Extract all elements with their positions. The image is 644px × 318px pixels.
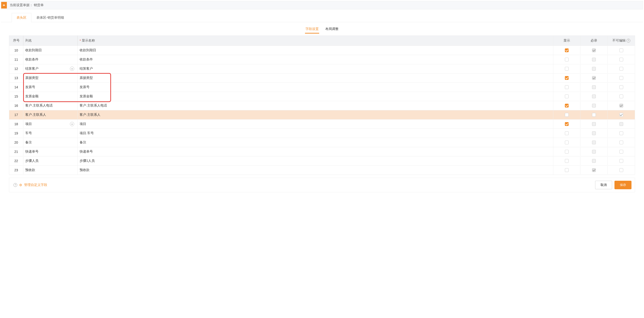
save-button[interactable]: 保存 [614, 181, 632, 189]
cell-show [553, 101, 580, 110]
cell-display[interactable]: 收款到期日 [78, 46, 553, 55]
cell-name: 票据类型 [24, 74, 78, 82]
cell-required [580, 129, 608, 138]
table-row[interactable]: 17 客户.主联系人 客户.主联系人 [9, 110, 635, 120]
checkbox-show[interactable] [565, 150, 569, 154]
cell-display[interactable]: 客户.主联系人电话 [78, 101, 553, 110]
cell-seq: 13 [9, 74, 24, 82]
col-header-seq: 序号 [9, 36, 24, 46]
tab-1[interactable]: 表体区-销货单明细 [32, 13, 69, 22]
cell-readonly [608, 46, 635, 54]
cell-readonly [608, 157, 635, 165]
cancel-button[interactable]: 取消 [595, 181, 612, 189]
checkbox-show[interactable] [565, 85, 569, 89]
checkbox-readonly[interactable] [620, 168, 623, 172]
table-row[interactable]: 10 收款到期日 收款到期日 [9, 46, 635, 55]
cell-seq: 21 [9, 148, 24, 156]
table-row[interactable]: 22 步骤人员 步骤1人员 [9, 156, 635, 166]
checkbox-readonly[interactable] [620, 150, 623, 154]
checkbox-readonly[interactable] [620, 58, 623, 62]
table-row[interactable]: 11 收款条件 收款条件 [9, 55, 635, 64]
checkbox-show[interactable] [565, 159, 569, 163]
cell-display[interactable]: 步骤1人员 [78, 156, 553, 166]
checkbox-readonly[interactable] [620, 131, 623, 135]
checkbox-required [592, 150, 596, 154]
cell-display[interactable]: 项目.车号 [78, 129, 553, 138]
checkbox-readonly[interactable] [620, 76, 623, 80]
checkbox-readonly [620, 122, 623, 126]
tab-0[interactable]: 表头区 [12, 13, 32, 22]
help-icon[interactable]: ? [14, 183, 17, 187]
table-row[interactable]: 19 车号 项目.车号 [9, 129, 635, 138]
checkbox-readonly[interactable] [620, 94, 623, 98]
cell-display[interactable]: 结算客户 [78, 64, 553, 73]
checkbox-show[interactable] [565, 58, 569, 62]
cell-display[interactable]: 客户.主联系人 [78, 110, 553, 119]
checkbox-show[interactable] [565, 48, 569, 52]
checkbox-show[interactable] [565, 113, 569, 117]
field-name: 客户.主联系人 [25, 113, 46, 117]
collapse-toggle[interactable] [1, 2, 7, 8]
cell-show [553, 166, 580, 174]
cell-display[interactable]: 快递单号 [78, 147, 553, 156]
field-name: 项目 [25, 122, 32, 126]
checkbox-readonly[interactable] [620, 159, 623, 163]
cell-required [580, 46, 608, 54]
cell-show [553, 129, 580, 138]
table-row[interactable]: 21 快递单号 快递单号 [9, 147, 635, 156]
table-row[interactable]: 12 结算客户 + 结算客户 [9, 64, 635, 74]
table-row[interactable]: 23 预收款 预收款 [9, 166, 635, 175]
cell-seq: 22 [9, 157, 24, 165]
subtab-0[interactable]: 字段设置 [305, 26, 319, 34]
table-row[interactable]: 13 票据类型 票据类型 [9, 74, 635, 83]
checkbox-readonly[interactable] [620, 67, 623, 71]
help-icon[interactable]: ? [626, 39, 630, 42]
cell-name: 客户.主联系人 [24, 110, 78, 119]
col-header-required: 必录 [580, 36, 608, 46]
col-header-readonly: 不可编辑 ? [608, 36, 635, 46]
checkbox-show[interactable] [565, 104, 569, 108]
page-header: 当前设置单据： 销货单 [1, 1, 643, 10]
col-header-show: 显示 [553, 36, 580, 46]
cell-display[interactable]: 预收款 [78, 166, 553, 174]
subtab-1[interactable]: 布局调整 [325, 26, 339, 34]
cell-display[interactable]: 票据类型 [78, 74, 553, 82]
footer-actions: 取消 保存 [595, 181, 632, 189]
expand-plus-icon[interactable]: + [70, 66, 74, 71]
cell-display[interactable]: 发票号 [78, 83, 553, 92]
cell-readonly [608, 148, 635, 156]
checkbox-show[interactable] [565, 131, 569, 135]
expand-plus-icon[interactable]: + [70, 122, 74, 126]
cell-display[interactable]: 项目 [78, 120, 553, 128]
setting-subtabs: 字段设置布局调整 [1, 22, 643, 34]
checkbox-readonly[interactable] [620, 140, 623, 144]
cell-display[interactable]: 发票金额 [78, 92, 553, 101]
col-header-display-text: 显示名称 [82, 38, 95, 43]
cell-name: 发票号 [24, 83, 78, 92]
checkbox-show[interactable] [565, 168, 569, 172]
cell-name: 项目 + [24, 120, 78, 128]
col-header-readonly-text: 不可编辑 [612, 38, 626, 43]
table-row[interactable]: 20 备注 备注 [9, 138, 635, 147]
field-name: 发票金额 [25, 94, 38, 98]
manage-custom-fields-link[interactable]: 管理自定义字段 [24, 183, 47, 187]
field-name: 发票号 [25, 85, 35, 89]
table-row[interactable]: 15 发票金额 发票金额 [9, 92, 635, 101]
checkbox-required [592, 76, 596, 80]
current-doc-name: 销货单 [34, 3, 44, 7]
checkbox-show[interactable] [565, 140, 569, 144]
checkbox-readonly[interactable] [620, 48, 623, 52]
cell-show [553, 110, 580, 119]
checkbox-readonly[interactable] [620, 85, 623, 89]
checkbox-show[interactable] [565, 94, 569, 98]
table-row[interactable]: 18 项目 + 项目 [9, 120, 635, 129]
cell-required [580, 148, 608, 156]
cell-display[interactable]: 备注 [78, 138, 553, 147]
checkbox-show[interactable] [565, 122, 569, 126]
table-row[interactable]: 14 发票号 发票号 [9, 83, 635, 92]
cell-display[interactable]: 收款条件 [78, 55, 553, 64]
checkbox-show[interactable] [565, 76, 569, 80]
checkbox-show[interactable] [565, 67, 569, 71]
table-row[interactable]: 16 客户.主联系人电话 客户.主联系人电话 [9, 101, 635, 110]
checkbox-required [592, 159, 596, 163]
